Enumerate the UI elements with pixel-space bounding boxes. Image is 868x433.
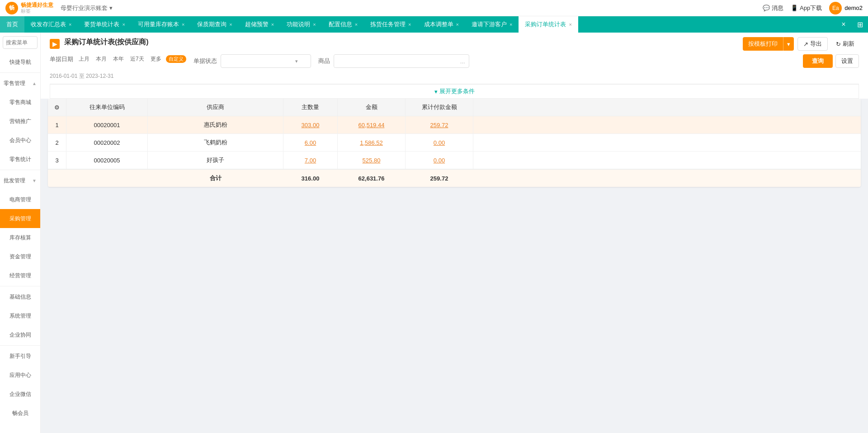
expand-more-btn[interactable]: ▾ 展开更多条件: [50, 84, 859, 99]
search-input[interactable]: [3, 36, 38, 49]
date-shortcut-this-month[interactable]: 本月: [94, 54, 108, 64]
date-shortcut-last-month[interactable]: 上月: [77, 54, 91, 64]
gear-icon[interactable]: ⚙: [54, 104, 60, 111]
tab-pzxx[interactable]: 配置信息 ×: [322, 16, 364, 33]
tab-ccyj-close[interactable]: ×: [271, 22, 274, 27]
sidebar-item-purchase[interactable]: 采购管理: [0, 209, 40, 228]
tab-phgjgl-label: 拣货任务管理: [370, 20, 406, 29]
tab-pzxx-close[interactable]: ×: [355, 22, 358, 27]
table-wrapper: ⚙ 往来单位编码 供应商 主数量 金额 累计付款金额 1 000200: [41, 99, 868, 433]
tab-gnsm-close[interactable]: ×: [313, 22, 316, 27]
tab-cbtz[interactable]: 成本调整单 ×: [418, 16, 465, 33]
date-shortcut-this-year[interactable]: 本年: [111, 54, 126, 64]
tab-home[interactable]: 首页: [0, 16, 24, 33]
cell-no-1: 1: [48, 116, 66, 134]
tab-gnsm[interactable]: 功能说明 ×: [280, 16, 322, 33]
tab-phgjgl[interactable]: 拣货任务管理 ×: [364, 16, 417, 33]
tab-cgdtj[interactable]: 采购订单统计表 ×: [519, 16, 578, 33]
tab-yphtj[interactable]: 要货单统计表 ×: [78, 16, 131, 33]
sidebar-item-retail-stat[interactable]: 零售统计: [0, 150, 40, 169]
sidebar-item-newbie-label: 新手引导: [9, 352, 31, 360]
query-btn[interactable]: 查询: [803, 54, 833, 68]
app-download-action[interactable]: 📱 App下载: [791, 4, 822, 12]
expand-more-icon: ▾: [434, 88, 438, 95]
cell-qty-2[interactable]: 6.00: [283, 134, 338, 152]
tab-ccyj[interactable]: 超储预警 ×: [239, 16, 280, 33]
status-dropdown[interactable]: ▾: [221, 54, 311, 68]
divider-2: [0, 170, 40, 170]
tab-bxqcx-close[interactable]: ×: [229, 22, 232, 27]
tab-yqxyyh[interactable]: 邀请下游客户 ×: [465, 16, 519, 33]
sidebar-item-appcenter[interactable]: 应用中心: [0, 366, 40, 385]
settings-btn[interactable]: 设置: [835, 54, 859, 68]
sidebar-item-system[interactable]: 系统管理: [0, 306, 40, 325]
sidebar-item-wholesale[interactable]: 批发管理 ▼: [0, 171, 40, 190]
tab-kylkzb[interactable]: 可用量库存账本 ×: [132, 16, 191, 33]
sidebar-item-enterprise[interactable]: 企业协同: [0, 325, 40, 344]
tab-sfd-close[interactable]: ×: [69, 22, 71, 27]
sidebar-item-quicknav[interactable]: 快捷导航: [0, 52, 40, 71]
sidebar-item-retail-shop[interactable]: 零售商城: [0, 93, 40, 112]
cell-supplier-3: 好孩子: [148, 152, 283, 170]
export-btn[interactable]: ↗ 导出: [797, 37, 828, 51]
sidebar-item-retail[interactable]: 零售管理 ▲: [0, 74, 40, 93]
tab-sfd[interactable]: 收发存汇总表 ×: [24, 16, 78, 33]
cell-amount-3[interactable]: 525.80: [338, 152, 406, 170]
tab-ccyj-label: 超储预警: [245, 20, 269, 29]
tab-bxqcx[interactable]: 保质期查询 ×: [191, 16, 238, 33]
workspace-name: 母婴行业演示账套: [61, 4, 108, 12]
user-area[interactable]: Ea demo2: [829, 2, 863, 14]
sidebar-item-inventory[interactable]: 库存核算: [0, 228, 40, 247]
cell-amount-1[interactable]: 60,519.44: [338, 116, 406, 134]
sidebar-item-member[interactable]: 会员中心: [0, 131, 40, 150]
tab-kylkzb-close[interactable]: ×: [182, 22, 184, 27]
workspace-selector[interactable]: 母婴行业演示账套 ▾: [57, 4, 116, 12]
message-action[interactable]: 💬 消息: [763, 4, 783, 12]
date-shortcut-more[interactable]: 更多: [149, 54, 163, 64]
maximize-btn[interactable]: ⊞: [852, 16, 868, 33]
sidebar-item-operation[interactable]: 经营管理: [0, 266, 40, 285]
toggle-filter-btn[interactable]: ▶: [50, 39, 60, 49]
tab-phgjgl-close[interactable]: ×: [408, 22, 411, 27]
template-print-dropdown-btn[interactable]: ▾: [783, 37, 794, 51]
refresh-btn[interactable]: ↻ 刷新: [831, 37, 859, 51]
table-header-row: ⚙ 往来单位编码 供应商 主数量 金额 累计付款金额: [48, 99, 861, 116]
goods-input[interactable]: [334, 55, 457, 67]
status-filter-col: 单据状态 ▾: [193, 54, 311, 68]
close-all-btn[interactable]: ×: [835, 16, 852, 33]
top-bar-left: 畅 畅捷通好生意 标签 母婴行业演示账套 ▾: [5, 2, 116, 14]
tab-home-label: 首页: [6, 20, 18, 29]
date-shortcuts: 上月 本月 本年 近7天 更多 自定义: [77, 54, 186, 64]
data-table: ⚙ 往来单位编码 供应商 主数量 金额 累计付款金额 1 000200: [48, 99, 861, 187]
table-footer-row: 合计 316.00 62,631.76 259.72: [48, 169, 861, 187]
tab-yqxyyh-close[interactable]: ×: [509, 22, 512, 27]
template-print-btn[interactable]: 按模板打印: [743, 37, 783, 51]
tab-cgdtj-close[interactable]: ×: [569, 22, 571, 27]
sidebar-item-marketing[interactable]: 营销推广: [0, 112, 40, 131]
sidebar-item-newbie[interactable]: 新手引导: [0, 347, 40, 366]
tab-cbtz-close[interactable]: ×: [456, 22, 459, 27]
table-row: 3 00020005 好孩子 7.00 525.80 0.00: [48, 152, 861, 170]
user-name: demo2: [844, 5, 863, 11]
date-shortcut-7days[interactable]: 近7天: [128, 54, 146, 64]
date-custom-badge[interactable]: 自定义: [166, 55, 186, 63]
tab-yphtj-close[interactable]: ×: [122, 22, 125, 27]
cell-qty-3[interactable]: 7.00: [283, 152, 338, 170]
sidebar-item-appcenter-label: 应用中心: [9, 371, 31, 379]
cell-paid-1[interactable]: 259.72: [406, 116, 473, 134]
cell-qty-1[interactable]: 303.00: [283, 116, 338, 134]
sidebar-item-basic[interactable]: 基础信息: [0, 287, 40, 306]
app-download-label: App下载: [800, 4, 822, 12]
filter-bar-wrapper: ▶ 采购订单统计表(按供应商) 按模板打印 ▾ ↗ 导出 ↻ 刷新: [41, 33, 868, 99]
cell-extra-2: [473, 134, 861, 152]
sidebar-item-vip[interactable]: 畅会员: [0, 404, 40, 423]
sidebar-item-finance[interactable]: 资金管理: [0, 247, 40, 266]
cell-paid-3[interactable]: 0.00: [406, 152, 473, 170]
sidebar-item-retail-stat-label: 零售统计: [9, 156, 31, 163]
sidebar-item-wechat[interactable]: 企业微信: [0, 385, 40, 404]
export-label: 导出: [810, 40, 822, 48]
cell-amount-2[interactable]: 1,586.52: [338, 134, 406, 152]
sidebar-item-ecommerce[interactable]: 电商管理: [0, 190, 40, 209]
goods-more-icon[interactable]: ...: [457, 58, 469, 65]
cell-paid-2[interactable]: 0.00: [406, 134, 473, 152]
